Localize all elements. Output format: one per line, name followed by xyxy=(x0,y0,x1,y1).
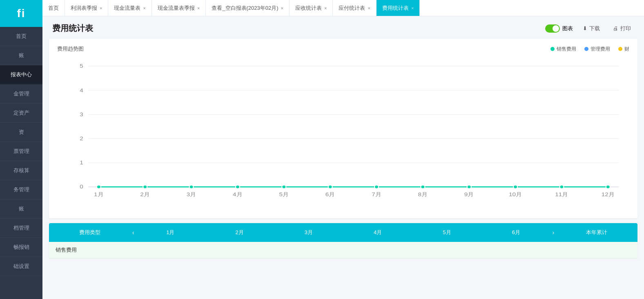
download-button[interactable]: ⬇ 下载 xyxy=(579,23,603,34)
svg-text:1月: 1月 xyxy=(94,192,104,197)
chart-toggle-label: 图表 xyxy=(562,25,573,32)
sidebar-item-salary[interactable]: 资 xyxy=(0,123,42,142)
col-yearly-total: 本年累计 xyxy=(556,229,637,236)
legend-sales: 销售费用 xyxy=(550,46,576,53)
close-icon[interactable]: × xyxy=(197,6,200,11)
svg-point-14 xyxy=(189,185,194,188)
tab-home[interactable]: 首页 xyxy=(42,0,65,16)
sidebar-item-ledger[interactable]: 账 xyxy=(0,199,42,219)
row-m5 xyxy=(401,246,458,254)
svg-text:2: 2 xyxy=(80,135,83,141)
sidebar-item-assets[interactable]: 定资产 xyxy=(0,104,42,123)
svg-text:7月: 7月 xyxy=(372,192,381,197)
chart-toggle-wrap: 图表 xyxy=(545,24,573,33)
row-m4 xyxy=(345,246,401,254)
sidebar-item-inventory[interactable]: 存核算 xyxy=(0,161,42,180)
svg-text:12月: 12月 xyxy=(602,192,615,197)
svg-text:0: 0 xyxy=(80,184,83,190)
svg-point-15 xyxy=(236,185,240,188)
legend-dot-finance xyxy=(618,47,622,51)
tab-blank-report[interactable]: 查看_空白报表(2023年02月) × xyxy=(206,0,290,16)
prev-months-button[interactable]: ‹ xyxy=(131,229,136,236)
close-icon[interactable]: × xyxy=(100,6,102,11)
row-m6 xyxy=(458,246,514,254)
row-total xyxy=(571,246,637,254)
svg-text:6月: 6月 xyxy=(325,192,335,197)
table-row: 销售费用 xyxy=(49,242,637,258)
print-button[interactable]: 🖨 打印 xyxy=(610,23,634,34)
tab-payable[interactable]: 应付统计表 × xyxy=(333,0,376,16)
legend-dot-management xyxy=(584,47,588,51)
sidebar-item-invoice[interactable]: 票管理 xyxy=(0,142,42,161)
row-type-sales: 销售费用 xyxy=(49,242,119,258)
sidebar-item-home[interactable]: 首页 xyxy=(0,27,42,46)
svg-text:10月: 10月 xyxy=(509,192,522,197)
page-header: 费用统计表 图表 ⬇ 下载 🖨 打印 xyxy=(42,16,644,39)
svg-point-23 xyxy=(606,185,610,188)
sidebar-item-archive[interactable]: 档管理 xyxy=(0,219,42,238)
svg-point-13 xyxy=(143,185,147,188)
page-title: 费用统计表 xyxy=(52,23,93,34)
svg-point-17 xyxy=(328,185,332,188)
tab-profit-quarterly[interactable]: 利润表季报 × xyxy=(65,0,108,16)
svg-text:3: 3 xyxy=(80,111,83,117)
header-actions: 图表 ⬇ 下载 🖨 打印 xyxy=(545,23,634,34)
svg-text:9月: 9月 xyxy=(464,192,474,197)
chart-title: 费用趋势图 xyxy=(57,45,84,53)
next-months-button[interactable]: › xyxy=(550,229,556,236)
col-month-2: 2月 xyxy=(205,229,274,236)
close-icon[interactable]: × xyxy=(143,6,145,11)
row-m3 xyxy=(288,246,345,254)
col-month-3: 3月 xyxy=(274,229,343,236)
chart-header: 费用趋势图 销售费用 管理费用 财 xyxy=(57,45,629,53)
close-icon[interactable]: × xyxy=(324,6,327,11)
row-col-spacer xyxy=(119,246,175,254)
svg-text:11月: 11月 xyxy=(555,192,568,197)
sidebar-item-reports[interactable]: 报表中心 xyxy=(0,65,42,84)
svg-point-18 xyxy=(374,185,379,188)
table-header: 费用类型 ‹ 1月 2月 3月 4月 5月 6月 › 本年累计 xyxy=(49,223,637,242)
sidebar-item-service[interactable]: 务管理 xyxy=(0,180,42,199)
svg-text:8月: 8月 xyxy=(418,192,428,197)
print-icon: 🖨 xyxy=(613,25,618,31)
download-icon: ⬇ xyxy=(583,25,587,31)
tab-receivable[interactable]: 应收统计表 × xyxy=(290,0,333,16)
expense-table: 费用类型 ‹ 1月 2月 3月 4月 5月 6月 › 本年累计 销售费用 xyxy=(49,223,637,258)
svg-point-20 xyxy=(467,185,471,188)
col-type: 费用类型 xyxy=(49,229,131,236)
svg-point-21 xyxy=(513,185,517,188)
sidebar-item-settings[interactable]: 础设置 xyxy=(0,257,42,276)
sidebar: fi 首页 账 报表中心 金管理 定资产 资 票管理 存核算 务管理 账 档管理… xyxy=(0,0,42,299)
tab-cashflow[interactable]: 现金流量表 × xyxy=(108,0,152,16)
legend-dot-sales xyxy=(550,47,555,51)
chart-legend: 销售费用 管理费用 财 xyxy=(550,46,629,53)
svg-text:1: 1 xyxy=(80,159,83,165)
sidebar-item-reimbursement[interactable]: 畅报销 xyxy=(0,238,42,257)
svg-text:4月: 4月 xyxy=(233,192,243,197)
row-m1 xyxy=(175,246,232,254)
chart-container: 费用趋势图 销售费用 管理费用 财 xyxy=(49,39,637,218)
svg-text:3月: 3月 xyxy=(187,192,196,197)
tab-cashflow-quarterly[interactable]: 现金流量表季报 × xyxy=(152,0,206,16)
col-month-1: 1月 xyxy=(136,229,205,236)
sidebar-item-account[interactable]: 账 xyxy=(0,46,42,65)
sidebar-item-finance[interactable]: 金管理 xyxy=(0,84,42,104)
row-m2 xyxy=(232,246,288,254)
close-icon[interactable]: × xyxy=(281,6,283,11)
svg-text:5月: 5月 xyxy=(279,192,289,197)
svg-text:2月: 2月 xyxy=(140,192,150,197)
tab-expense[interactable]: 费用统计表 × xyxy=(377,0,420,16)
close-icon[interactable]: × xyxy=(368,6,370,11)
chart-toggle[interactable] xyxy=(545,24,560,33)
legend-finance: 财 xyxy=(618,46,629,53)
col-month-6: 6月 xyxy=(481,229,550,236)
svg-point-19 xyxy=(421,185,425,188)
chart-area: 5 4 3 2 1 0 xyxy=(57,58,629,208)
svg-point-22 xyxy=(559,185,564,188)
row-spacer2 xyxy=(515,246,571,254)
svg-point-16 xyxy=(282,185,286,188)
sidebar-logo: fi xyxy=(0,0,42,27)
page-content: 费用统计表 图表 ⬇ 下载 🖨 打印 费用趋势图 xyxy=(42,16,644,299)
close-icon[interactable]: × xyxy=(411,6,414,11)
tab-bar: 首页 利润表季报 × 现金流量表 × 现金流量表季报 × 查看_空白报表(202… xyxy=(42,0,644,16)
